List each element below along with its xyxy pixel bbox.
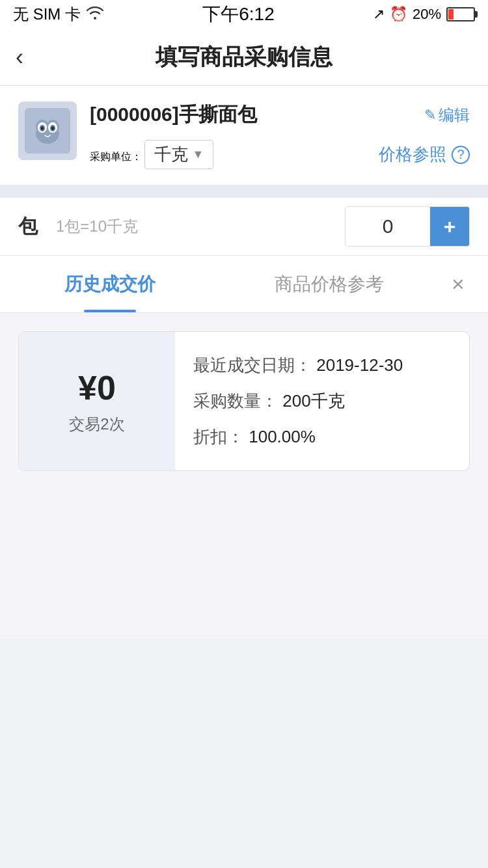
history-price-value: ¥0 [78,368,116,407]
status-left: 无 SIM 卡 [13,4,104,25]
edit-button[interactable]: ✎ 编辑 [424,105,470,126]
product-card: [0000006]手撕面包 ✎ 编辑 采购单位： 千克 ▼ 价格参照 [0,86,488,185]
help-icon: ? [452,146,470,164]
history-card: ¥0 交易2次 最近成交日期： 2019-12-30 采购数量： 200千克 折… [18,331,470,471]
wifi-icon [86,5,104,23]
recent-date-label: 最近成交日期： [193,355,312,375]
back-button[interactable]: ‹ [16,44,23,71]
status-time: 下午6:12 [202,2,275,27]
edit-label: 编辑 [439,105,470,126]
nav-bar: ‹ 填写商品采购信息 [0,29,488,86]
price-ref-button[interactable]: 价格参照 ? [379,143,470,166]
edit-icon: ✎ [424,107,436,124]
product-header: [0000006]手撕面包 ✎ 编辑 采购单位： 千克 ▼ 价格参照 [18,102,470,169]
qty-unit-hint: 1包=10千克 [56,216,138,237]
carrier-label: 无 SIM 卡 [13,4,81,25]
page-title: 填写商品采购信息 [156,42,332,72]
tab-history-label: 历史成交价 [64,272,156,297]
dropdown-arrow-icon: ▼ [192,148,204,161]
unit-label-text: 采购单位： 千克 ▼ [90,140,213,169]
discount-value: 100.00% [249,427,316,446]
qty-detail-value: 200千克 [282,391,344,411]
qty-input-field[interactable] [346,207,430,246]
history-card-left: ¥0 交易2次 [19,332,175,470]
tab-product-price-ref[interactable]: 商品价格参考 [219,256,439,312]
qty-detail-label: 采购数量： [193,391,278,411]
price-ref-label: 价格参照 [379,143,446,166]
quantity-row: 包 1包=10千克 + [0,198,488,255]
battery-pct-label: 20% [413,6,441,23]
history-trades-count: 交易2次 [69,414,124,435]
status-right: ↗ ⏰ 20% [373,6,475,23]
product-title-row: [0000006]手撕面包 ✎ 编辑 [90,102,470,128]
product-logo-inner [25,108,70,154]
tab-close-button[interactable]: × [439,265,478,304]
product-name: [0000006]手撕面包 [90,102,257,128]
discount-row: 折扣： 100.00% [193,424,451,450]
unit-select-dropdown[interactable]: 千克 ▼ [144,140,213,169]
unit-value: 千克 [154,143,188,166]
recent-date-value: 2019-12-30 [316,355,403,375]
tab-price-ref-label: 商品价格参考 [275,272,384,297]
product-logo [18,102,77,160]
alarm-icon: ⏰ [390,6,407,23]
recent-date-row: 最近成交日期： 2019-12-30 [193,353,451,378]
history-card-right: 最近成交日期： 2019-12-30 采购数量： 200千克 折扣： 100.0… [175,332,469,470]
qty-plus-button[interactable]: + [430,207,469,246]
location-icon: ↗ [373,6,385,23]
tab-active-underline [84,310,136,312]
battery-icon [446,7,475,21]
qty-row: 采购数量： 200千克 [193,388,451,414]
unit-prefix: 采购单位： [90,151,142,162]
content-area: ¥0 交易2次 最近成交日期： 2019-12-30 采购数量： 200千克 折… [0,313,488,638]
status-bar: 无 SIM 卡 下午6:12 ↗ ⏰ 20% [0,0,488,29]
section-divider [0,185,488,198]
qty-unit-label: 包 [18,213,38,240]
tab-bar: 历史成交价 商品价格参考 × [0,256,488,313]
svg-point-8 [51,127,54,130]
qty-input-box: + [345,206,470,247]
discount-label: 折扣： [193,427,244,446]
product-info: [0000006]手撕面包 ✎ 编辑 采购单位： 千克 ▼ 价格参照 [90,102,470,169]
product-unit-row: 采购单位： 千克 ▼ 价格参照 ? [90,140,470,169]
tab-history-price[interactable]: 历史成交价 [0,256,219,312]
svg-point-7 [41,127,44,130]
